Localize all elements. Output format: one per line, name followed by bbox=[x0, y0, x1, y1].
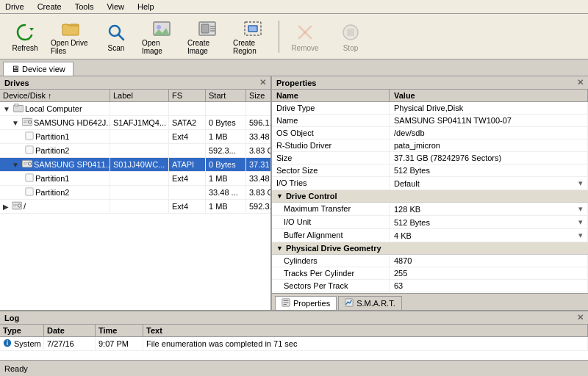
properties-panel-close[interactable]: ✕ bbox=[577, 78, 584, 87]
collapse-btn[interactable]: ▼ bbox=[3, 105, 10, 113]
stop-icon bbox=[339, 21, 362, 44]
drive-row[interactable]: ▶/Ext41 MB592.3... bbox=[0, 200, 270, 214]
property-name: R-Studio Driver bbox=[272, 140, 390, 151]
drive-icon bbox=[22, 159, 32, 170]
collapse-btn[interactable]: ▼ bbox=[12, 161, 19, 169]
property-name: Maximum Transfer bbox=[272, 203, 390, 215]
svg-rect-8 bbox=[201, 24, 209, 33]
properties-panel: Properties ✕ Name Value Drive TypePhysic… bbox=[272, 76, 588, 310]
drive-cell-text: Local Computer bbox=[25, 104, 82, 113]
create-image-icon bbox=[196, 18, 219, 39]
drives-table: ▼Local Computer▼SAMSUNG HD642J...S1AFJ1M… bbox=[0, 102, 270, 310]
drive-cell-col1 bbox=[110, 172, 169, 185]
toolbar-btn-refresh[interactable]: Refresh bbox=[3, 16, 47, 57]
log-text: File enumeration was completed in 71 sec bbox=[143, 337, 588, 350]
property-value: 512 Bytes▾ bbox=[390, 216, 588, 228]
drives-panel: Drives ✕ Device/Disk ↑ Label FS Start Si… bbox=[0, 76, 272, 310]
property-row: Drive TypePhysical Drive,Disk bbox=[272, 102, 588, 115]
log-panel-close[interactable]: ✕ bbox=[577, 313, 584, 322]
dropdown-arrow[interactable]: ▾ bbox=[578, 178, 583, 188]
drive-row[interactable]: Partition2592.3...3.83 GB bbox=[0, 144, 270, 158]
menu-create[interactable]: Create bbox=[35, 1, 64, 12]
drives-col-label: Label bbox=[110, 90, 169, 101]
svg-rect-1 bbox=[62, 25, 79, 35]
property-row: R-Studio Driverpata_jmicron bbox=[272, 140, 588, 152]
drive-cell-col3: 1 MB bbox=[206, 130, 246, 143]
property-value: Default▾ bbox=[390, 177, 588, 189]
drives-panel-close[interactable]: ✕ bbox=[259, 78, 266, 87]
property-row: OS Object/dev/sdb bbox=[272, 127, 588, 140]
toolbar-btn-open-drive-files[interactable]: Open Drive Files bbox=[49, 16, 93, 57]
drive-cell-col1 bbox=[110, 130, 169, 143]
drive-row[interactable]: ▼SAMSUNG HD642J...S1AFJ1MQ4...SATA20 Byt… bbox=[0, 116, 270, 130]
svg-rect-18 bbox=[13, 106, 24, 112]
drive-cell-col0: Partition1 bbox=[0, 130, 110, 143]
drive-cell-col3 bbox=[206, 102, 246, 115]
drive-row[interactable]: ▼Local Computer bbox=[0, 102, 270, 116]
svg-rect-35 bbox=[13, 206, 16, 206]
scan-label: Scan bbox=[108, 44, 125, 52]
svg-rect-20 bbox=[22, 118, 32, 126]
drive-cell-col0: Partition2 bbox=[0, 186, 110, 199]
collapse-btn[interactable]: ▶ bbox=[3, 203, 9, 211]
section-collapse-icon[interactable]: ▼ bbox=[276, 245, 283, 252]
toolbar-separator bbox=[279, 21, 279, 53]
section-collapse-icon[interactable]: ▼ bbox=[276, 192, 283, 200]
drive-cell-text: Ext4 bbox=[172, 174, 188, 183]
collapse-btn[interactable]: ▼ bbox=[12, 119, 19, 127]
property-name: Name bbox=[272, 115, 390, 126]
drive-cell-text: 33.48 ... bbox=[249, 132, 270, 141]
dropdown-arrow[interactable]: ▾ bbox=[578, 217, 583, 227]
scan-icon bbox=[104, 21, 128, 44]
menu-drive[interactable]: Drive bbox=[3, 1, 26, 12]
toolbar: RefreshOpen Drive FilesScanOpen ImageCre… bbox=[0, 14, 588, 59]
property-row: Cylinders4870 bbox=[272, 255, 588, 267]
drive-cell-col0: Partition2 bbox=[0, 144, 110, 157]
property-value: 37.31 GB (78242976 Sectors) bbox=[390, 152, 588, 164]
drives-col-fs: FS bbox=[169, 90, 206, 101]
toolbar-btn-create-region[interactable]: Create Region bbox=[231, 16, 275, 57]
drive-icon bbox=[25, 187, 34, 198]
drive-cell-col1: S1AFJ1MQ4... bbox=[110, 116, 169, 129]
prop-tab-properties[interactable]: Properties bbox=[275, 296, 337, 310]
device-view-icon: 🖥 bbox=[11, 64, 20, 74]
drive-row[interactable]: Partition1Ext41 MB33.48 ... bbox=[0, 130, 270, 144]
property-row: I/O TriesDefault▾ bbox=[272, 177, 588, 190]
svg-rect-28 bbox=[24, 162, 28, 163]
prop-tab-smart-icon bbox=[345, 298, 354, 308]
prop-tab-smart[interactable]: S.M.A.R.T. bbox=[338, 296, 402, 310]
menu-view[interactable]: View bbox=[104, 1, 126, 12]
menu-tools[interactable]: Tools bbox=[73, 1, 96, 12]
prop-col-name: Name bbox=[272, 90, 390, 101]
drive-cell-col1 bbox=[110, 186, 169, 199]
drive-row[interactable]: Partition233.48 ...3.83 GB bbox=[0, 186, 270, 200]
properties-panel-header: Properties ✕ bbox=[272, 76, 588, 90]
drive-cell-col1: S01JJ40WC... bbox=[110, 158, 169, 171]
drive-row[interactable]: ▼SAMSUNG SP0411...S01JJ40WC...ATAPI0 Byt… bbox=[0, 158, 270, 172]
drive-cell-col4 bbox=[246, 102, 270, 115]
drive-row[interactable]: Partition1Ext41 MB33.48 ... bbox=[0, 172, 270, 186]
toolbar-btn-scan[interactable]: Scan bbox=[94, 16, 138, 57]
dropdown-arrow[interactable]: ▾ bbox=[578, 231, 583, 240]
toolbar-btn-open-image[interactable]: Open Image bbox=[140, 16, 184, 57]
drives-panel-header: Drives ✕ bbox=[0, 76, 270, 90]
toolbar-btn-create-image[interactable]: Create Image bbox=[185, 16, 229, 57]
remove-icon bbox=[293, 21, 317, 44]
drive-cell-col4: 3.83 GB bbox=[246, 186, 270, 199]
drive-cell-col1 bbox=[110, 144, 169, 157]
refresh-icon bbox=[13, 21, 37, 44]
drive-cell-text: 592.3... bbox=[209, 146, 236, 155]
svg-line-3 bbox=[118, 35, 123, 40]
svg-rect-29 bbox=[24, 164, 26, 164]
menu-help[interactable]: Help bbox=[135, 1, 157, 12]
create-region-label: Create Region bbox=[233, 39, 273, 55]
drive-cell-col4: 3.83 GB bbox=[246, 144, 270, 157]
svg-rect-24 bbox=[26, 132, 33, 140]
log-panel-header: Log ✕ bbox=[0, 311, 588, 325]
drive-cell-text: 596.1... bbox=[249, 118, 270, 127]
drive-cell-text: 0 Bytes bbox=[209, 160, 236, 169]
property-row: Maximum Transfer128 KB▾ bbox=[272, 203, 588, 216]
dropdown-arrow[interactable]: ▾ bbox=[578, 204, 583, 214]
property-row: NameSAMSUNG SP0411N TW100-07 bbox=[272, 115, 588, 127]
tab-device-view[interactable]: 🖥 Device view bbox=[3, 62, 74, 76]
